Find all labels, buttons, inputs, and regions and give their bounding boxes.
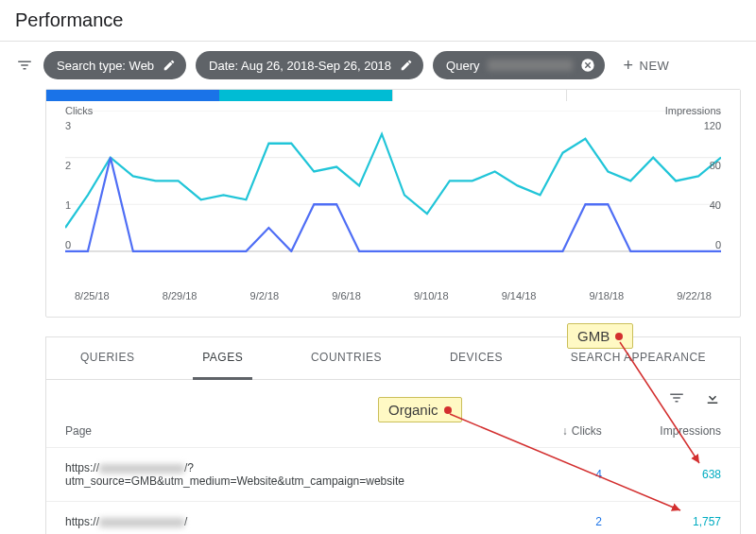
- close-icon[interactable]: [580, 58, 595, 73]
- xtick: 9/10/18: [414, 290, 449, 301]
- filters-row: Search type: Web Date: Aug 26, 2018-Sep …: [0, 42, 756, 89]
- ytick: 0: [715, 239, 721, 250]
- metric-strip: [46, 90, 740, 101]
- page-cell: https:///: [65, 515, 512, 528]
- xtick: 9/2/18: [250, 290, 280, 301]
- tab-pages[interactable]: PAGES: [193, 337, 252, 380]
- xtick: 8/25/18: [75, 290, 110, 301]
- ytick: 1: [65, 199, 71, 211]
- table-card: QUERIES PAGES COUNTRIES DEVICES SEARCH A…: [45, 336, 741, 534]
- annotation-dot-icon: [444, 406, 452, 414]
- clicks-cell: 2: [512, 515, 602, 528]
- tab-countries[interactable]: COUNTRIES: [301, 337, 391, 379]
- metric-position-strip[interactable]: [566, 90, 740, 101]
- chip-label: Search type: Web: [57, 59, 154, 73]
- url-prefix: https://: [65, 461, 99, 474]
- clicks-cell: 4: [512, 468, 602, 481]
- chart-area: Clicks Impressions 3 2 1 0 120 80 40 0: [46, 101, 740, 290]
- sort-arrow-icon: ↓: [562, 424, 568, 438]
- xtick: 8/29/18: [163, 290, 198, 301]
- chart-svg: [65, 111, 721, 252]
- filter-icon[interactable]: [15, 56, 34, 75]
- col-impressions-header[interactable]: Impressions: [602, 424, 721, 438]
- tab-devices[interactable]: DEVICES: [440, 337, 512, 379]
- annotation-dot-icon: [615, 333, 623, 340]
- new-filter-button[interactable]: + NEW: [614, 56, 679, 76]
- ytick: 3: [65, 120, 71, 131]
- url-suffix: /: [184, 515, 187, 528]
- right-axis-title: Impressions: [665, 105, 721, 116]
- impressions-cell: 1,757: [602, 515, 721, 528]
- x-axis-labels: 8/25/18 8/29/18 9/2/18 9/6/18 9/10/18 9/…: [46, 290, 740, 307]
- plus-icon: +: [624, 56, 634, 76]
- col-clicks-header[interactable]: ↓ Clicks: [512, 424, 602, 438]
- impressions-cell: 638: [602, 468, 721, 481]
- table-row[interactable]: https:///?utm_source=GMB&utm_medium=Webs…: [46, 447, 740, 501]
- ytick: 80: [710, 160, 721, 171]
- ytick: 2: [65, 160, 71, 171]
- download-icon[interactable]: [704, 389, 721, 409]
- page-title: Performance: [0, 0, 756, 42]
- blurred-domain: [99, 518, 184, 527]
- new-label: NEW: [640, 59, 670, 73]
- url-prefix: https://: [65, 515, 99, 528]
- pencil-icon[interactable]: [162, 58, 177, 73]
- annotation-label: GMB: [577, 328, 610, 344]
- chip-date[interactable]: Date: Aug 26, 2018-Sep 26, 2018: [196, 51, 423, 79]
- metric-impressions-strip[interactable]: [219, 90, 392, 101]
- ytick: 40: [710, 199, 721, 211]
- annotation-label: Organic: [388, 402, 438, 418]
- metric-clicks-strip[interactable]: [46, 90, 219, 101]
- left-axis-title: Clicks: [65, 105, 93, 116]
- xtick: 9/18/18: [589, 290, 624, 301]
- chip-search-type[interactable]: Search type: Web: [43, 51, 186, 79]
- page-cell: https:///?utm_source=GMB&utm_medium=Webs…: [65, 461, 512, 488]
- metric-ctr-strip[interactable]: [392, 90, 566, 101]
- col-clicks-label: Clicks: [572, 424, 602, 438]
- blurred-domain: [99, 464, 184, 474]
- tab-queries[interactable]: QUERIES: [71, 337, 145, 379]
- xtick: 9/14/18: [502, 290, 537, 301]
- xtick: 9/22/18: [677, 290, 712, 301]
- chip-label: Date: Aug 26, 2018-Sep 26, 2018: [209, 59, 391, 73]
- ytick: 0: [65, 239, 71, 250]
- chart-card: Clicks Impressions 3 2 1 0 120 80 40 0 8…: [45, 89, 741, 318]
- chip-query[interactable]: Query: [433, 51, 604, 79]
- blurred-query-text: [488, 60, 573, 71]
- pencil-icon[interactable]: [399, 58, 414, 73]
- ytick: 120: [704, 120, 721, 131]
- chip-label: Query: [446, 59, 479, 73]
- annotation-gmb: GMB: [567, 323, 633, 349]
- table-tabs: QUERIES PAGES COUNTRIES DEVICES SEARCH A…: [46, 337, 740, 380]
- col-page-header[interactable]: Page: [65, 424, 512, 438]
- table-head: Page ↓ Clicks Impressions: [46, 419, 740, 447]
- table-filter-icon[interactable]: [668, 389, 685, 409]
- xtick: 9/6/18: [332, 290, 361, 301]
- annotation-organic: Organic: [378, 397, 462, 422]
- table-row[interactable]: https:/// 2 1,757: [46, 501, 740, 534]
